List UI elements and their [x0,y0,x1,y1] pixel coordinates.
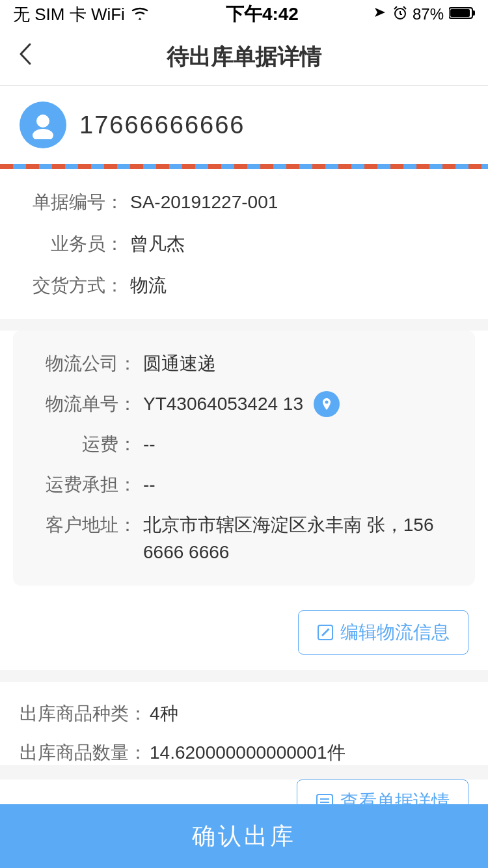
logistics-freight-bear-label: 运费承担： [33,471,137,498]
location-icon [375,5,388,23]
goods-quantity-label: 出库商品数量： [20,740,150,765]
status-right: 87% [375,5,475,23]
back-button[interactable] [18,42,33,72]
svg-point-10 [33,129,53,139]
confirm-btn-wrap: 确认出库 [0,804,488,868]
tracking-number: YT43064053424 13 [143,390,303,418]
goods-types-value: 4种 [150,701,468,726]
svg-line-5 [403,7,406,9]
svg-point-9 [36,115,49,128]
user-header: 17666666666 [0,86,488,164]
goods-types-label: 出库商品种类： [20,701,150,726]
logistics-address-label: 客户地址： [33,511,137,539]
status-time: 下午4:42 [226,2,299,27]
svg-rect-7 [472,10,475,16]
agent-label: 业务员： [20,230,124,258]
logistics-freight-value: -- [137,431,455,458]
dashed-divider [0,164,488,169]
goods-section: 出库商品种类： 4种 出库商品数量： 14.620000000000001件 [0,682,488,765]
svg-point-11 [325,401,329,404]
battery-label: 87% [413,5,444,23]
status-bar: 无 SIM 卡 WiFi 下午4:42 87% [0,0,488,29]
edit-logistics-button[interactable]: 编辑物流信息 [298,610,468,655]
goods-types-row: 出库商品种类： 4种 [20,701,468,726]
user-phone: 17666666666 [79,111,245,139]
logistics-freight-row: 运费： -- [33,431,455,458]
main-content: 17666666666 单据编号： SA-20191227-001 业务员： 曾… [0,86,488,868]
agent-value: 曾凡杰 [124,230,468,258]
logistics-company-value: 圆通速递 [137,350,455,377]
logistics-tracking-label: 物流单号： [33,390,137,418]
logistics-freight-bear-row: 运费承担： -- [33,471,455,498]
logistics-freight-label: 运费： [33,431,137,458]
separator-1 [0,670,488,682]
logistics-address-row: 客户地址： 北京市市辖区海淀区永丰南 张，156 6666 6666 [33,511,455,566]
status-left: 无 SIM 卡 WiFi [13,3,150,26]
goods-quantity-value: 14.620000000000001件 [150,740,468,765]
document-label: 单据编号： [20,189,124,216]
logistics-company-label: 物流公司： [33,350,137,377]
basic-info-section: 单据编号： SA-20191227-001 业务员： 曾凡杰 交货方式： 物流 [0,169,488,319]
agent-row: 业务员： 曾凡杰 [20,230,468,258]
document-row: 单据编号： SA-20191227-001 [20,189,468,216]
delivery-label: 交货方式： [20,272,124,299]
logistics-freight-bear-value: -- [137,471,455,498]
nav-bar: 待出库单据详情 [0,29,488,86]
no-sim-text: 无 SIM 卡 WiFi [13,3,125,26]
logistics-tracking-value: YT43064053424 13 [137,390,455,418]
svg-rect-8 [450,9,470,17]
page-title: 待出库单据详情 [167,42,321,72]
alarm-icon [393,5,407,23]
svg-marker-0 [375,8,385,17]
logistics-wrapper: 物流公司： 圆通速递 物流单号： YT43064053424 13 运费： [0,331,488,670]
wifi-icon [130,5,150,25]
user-avatar [20,102,66,148]
svg-line-4 [394,7,397,9]
logistics-tracking-row: 物流单号： YT43064053424 13 [33,390,455,418]
delivery-row: 交货方式： 物流 [20,272,468,299]
confirm-button[interactable]: 确认出库 [0,804,488,868]
logistics-company-row: 物流公司： 圆通速递 [33,350,455,377]
delivery-value: 物流 [124,272,468,299]
tracking-location-icon[interactable] [314,391,340,417]
logistics-address-value: 北京市市辖区海淀区永丰南 张，156 6666 6666 [137,511,455,566]
battery-icon [449,5,475,23]
logistics-card: 物流公司： 圆通速递 物流单号： YT43064053424 13 运费： [13,331,475,586]
goods-quantity-row: 出库商品数量： 14.620000000000001件 [20,740,468,765]
document-value: SA-20191227-001 [124,189,468,216]
edit-logistics-label: 编辑物流信息 [340,620,450,645]
edit-logistics-wrap: 编辑物流信息 [0,597,488,670]
